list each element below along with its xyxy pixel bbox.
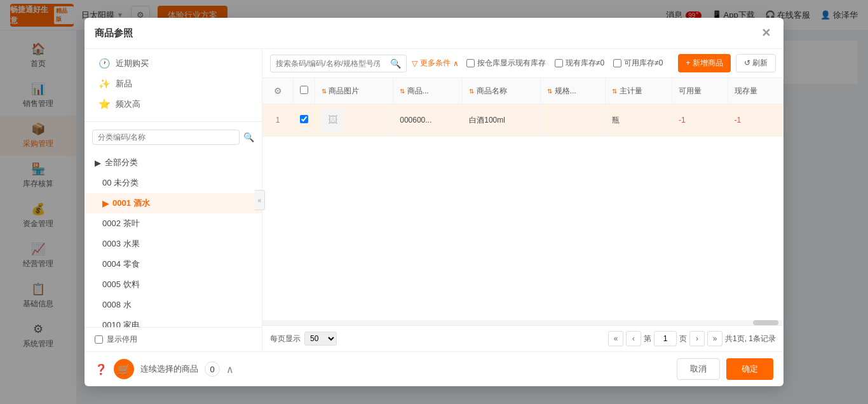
cat-item-appliance[interactable]: 0010 家电: [85, 315, 262, 327]
cell-available: -1: [672, 104, 728, 137]
filter-caret-icon: ∧: [453, 59, 459, 68]
cat-label-all: 全部分类: [105, 157, 138, 168]
close-icon[interactable]: ✕: [758, 25, 773, 41]
cat-item-uncategorized[interactable]: 00 未分类: [85, 173, 262, 193]
select-all-checkbox[interactable]: [300, 86, 308, 94]
pagination: 每页显示 50 10 20 100 « ‹ 第 页: [262, 325, 783, 351]
col-spec-sort-icon: ⇅: [547, 88, 552, 95]
cat-arrow-all: ▶: [95, 158, 101, 168]
new-products-icon: ✨: [98, 78, 111, 90]
product-table: ⚙ ⇅ 商品图片 ⇅: [262, 78, 783, 137]
cat-item-snack[interactable]: 0004 零食: [85, 254, 262, 274]
toolbar-right-buttons: + 新增商品 ↺ 刷新: [678, 54, 776, 72]
cat-label-beverage: 0005 饮料: [102, 279, 140, 290]
filter-icon: ▽: [412, 59, 417, 68]
col-name-label: 商品名称: [477, 86, 507, 95]
column-settings-icon[interactable]: ⚙: [269, 83, 287, 98]
cat-label-liquor: 0001 酒水: [112, 198, 150, 209]
category-search-input[interactable]: [92, 130, 240, 145]
prev-page-btn[interactable]: ‹: [626, 331, 641, 346]
first-page-btn[interactable]: «: [608, 331, 623, 346]
next-page-btn[interactable]: ›: [689, 331, 705, 346]
left-panel: 🕐 近期购买 ✨ 新品 ⭐ 频次高 «: [85, 49, 262, 351]
show-disabled-section: 显示停用: [85, 327, 262, 351]
scroll-thumb: [753, 320, 778, 325]
last-page-btn[interactable]: »: [707, 331, 722, 346]
col-name-header: ⇅ 商品名称: [463, 78, 541, 104]
cat-label-snack: 0004 零食: [102, 259, 140, 270]
divider: [85, 121, 262, 122]
footer-collapse-icon[interactable]: ∧: [226, 363, 234, 375]
checkbox-existing-stock[interactable]: 现有库存≠0: [555, 58, 604, 69]
pagination-per-page: 每页显示 50 10 20 100: [270, 332, 337, 346]
cat-label-fruit: 0003 水果: [102, 238, 140, 250]
tab-recent-buy[interactable]: 🕐 近期购买: [92, 54, 254, 73]
cell-name: 白酒100ml: [463, 104, 541, 137]
cat-label-appliance: 0010 家电: [102, 320, 140, 327]
filter-label: 更多条件: [420, 58, 451, 69]
checkbox-by-warehouse-input[interactable]: [466, 59, 475, 67]
cat-item-liquor[interactable]: ▶ 0001 酒水: [85, 193, 262, 213]
cell-checkbox[interactable]: [294, 104, 315, 137]
col-code-label: 商品...: [407, 86, 429, 95]
pagination-controls: « ‹ 第 页 › » 共1页, 1条记录: [608, 331, 776, 346]
product-search-input[interactable]: [271, 59, 385, 68]
frequent-icon: ⭐: [98, 98, 111, 110]
cat-item-beverage[interactable]: 0005 饮料: [85, 274, 262, 295]
show-disabled-label: 显示停用: [107, 334, 137, 345]
checkbox-available-stock-input[interactable]: [613, 59, 621, 67]
cell-stock: -1: [728, 104, 783, 137]
cell-spec: [541, 104, 606, 137]
cancel-btn[interactable]: 取消: [677, 358, 720, 380]
col-stock-header: 现存量: [728, 78, 783, 104]
cat-item-water[interactable]: 0008 水: [85, 295, 262, 315]
table-toolbar: 🔍 ▽ 更多条件 ∧ 按仓库显示现有库存 现: [262, 49, 783, 78]
col-settings[interactable]: ⚙: [262, 78, 294, 104]
checkbox-by-warehouse-label: 按仓库显示现有库存: [477, 58, 546, 69]
checkbox-existing-stock-input[interactable]: [555, 59, 563, 67]
table-scroll-bar[interactable]: [262, 320, 783, 325]
product-search-box: 🔍: [270, 55, 407, 72]
product-thumbnail: 🖼: [322, 109, 344, 131]
row-checkbox[interactable]: [300, 115, 308, 123]
table-row[interactable]: 1 🖼 000600... 白酒100ml 瓶: [262, 104, 783, 137]
checkbox-by-warehouse[interactable]: 按仓库显示现有库存: [466, 58, 546, 69]
col-image-label: 商品图片: [329, 86, 359, 95]
cat-item-tea[interactable]: 0002 茶叶: [85, 213, 262, 234]
cat-item-fruit[interactable]: 0003 水果: [85, 234, 262, 254]
cat-item-all[interactable]: ▶ 全部分类: [85, 152, 262, 173]
cell-unit: 瓶: [606, 104, 672, 137]
tab-frequent[interactable]: ⭐ 频次高: [92, 95, 254, 114]
help-icon[interactable]: ❓: [95, 363, 107, 375]
col-image-sort-icon: ⇅: [322, 88, 327, 95]
cell-num: 1: [262, 104, 294, 137]
product-reference-modal: 商品参照 ✕ 🕐 近期购买 ✨ 新品 ⭐ 频次高: [85, 18, 783, 386]
col-available-header: 可用量: [672, 78, 728, 104]
show-disabled-checkbox[interactable]: [95, 335, 103, 344]
modal-title: 商品参照: [95, 27, 133, 39]
tab-recent-buy-label: 近期购买: [116, 58, 149, 69]
category-list: ▶ 全部分类 00 未分类 ▶ 0001 酒水 0002 茶叶 0003 水果: [85, 150, 262, 327]
col-name-sort-icon: ⇅: [469, 88, 474, 95]
per-page-select[interactable]: 50 10 20 100: [304, 332, 337, 346]
refresh-btn[interactable]: ↺ 刷新: [736, 54, 776, 72]
confirm-btn[interactable]: 确定: [726, 358, 773, 380]
page-number-input[interactable]: [654, 331, 677, 346]
filter-btn[interactable]: ▽ 更多条件 ∧: [412, 58, 459, 69]
cell-image: 🖼: [315, 104, 393, 137]
col-unit-sort-icon: ⇅: [612, 88, 617, 95]
col-code-header: ⇅ 商品...: [393, 78, 463, 104]
tab-new-products[interactable]: ✨ 新品: [92, 74, 254, 93]
modal-footer: ❓ 🛒 连续选择的商品 0 ∧ 取消 确定: [85, 351, 783, 386]
cell-code: 000600...: [393, 104, 463, 137]
quick-tabs: 🕐 近期购买 ✨ 新品 ⭐ 频次高: [85, 49, 262, 119]
add-product-btn[interactable]: + 新增商品: [678, 54, 730, 72]
cart-icon[interactable]: 🛒: [114, 359, 134, 379]
col-spec-label: 规格...: [555, 86, 576, 95]
filter-checkboxes: 按仓库显示现有库存 现有库存≠0 可用库存≠0: [466, 58, 663, 69]
checkbox-available-stock[interactable]: 可用库存≠0: [613, 58, 663, 69]
category-search-icon[interactable]: 🔍: [243, 132, 254, 142]
modal-header: 商品参照 ✕: [85, 18, 783, 49]
search-icon[interactable]: 🔍: [385, 58, 406, 69]
per-page-label: 每页显示: [270, 333, 301, 344]
